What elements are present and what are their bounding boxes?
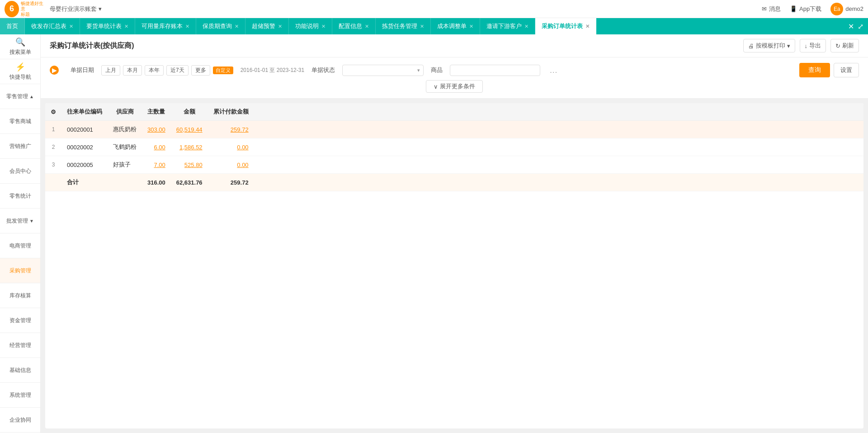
row-supplier-2: 飞鹤奶粉 (108, 138, 142, 156)
row-paid-1: 259.72 (208, 121, 254, 138)
page-header: 采购订单统计表(按供应商) 🖨 按模板打印 ▾ ↓ 导出 ↻ 刷新 (41, 34, 868, 57)
goods-label: 商品 (431, 66, 443, 74)
row-supplier-1: 惠氏奶粉 (108, 121, 142, 138)
footer-amount: 62,631.76 (171, 174, 208, 191)
date-more-btn[interactable]: 更多 (191, 65, 210, 76)
date-custom-tag[interactable]: 自定义 (213, 67, 233, 74)
close-icon[interactable]: ✕ (69, 24, 73, 29)
date-this-year-btn[interactable]: 本年 (145, 65, 164, 76)
th-paid: 累计付款金额 (208, 103, 254, 121)
close-icon[interactable]: ✕ (469, 24, 473, 29)
filter-expand-row: ∨ 展开更多条件 (50, 77, 859, 93)
data-table: ⚙ 往来单位编码 供应商 主数量 金额 累计付款金额 1 00020001 惠氏… (45, 103, 863, 191)
nav-expand-icon[interactable]: ⤢ (858, 22, 863, 31)
sidebar-item-operations[interactable]: 经营管理 (0, 333, 40, 358)
export-button[interactable]: ↓ 导出 (800, 39, 826, 52)
status-select[interactable] (342, 65, 424, 76)
quick-nav-icon: ⚡ (15, 62, 25, 72)
page-title: 采购订单统计表(按供应商) (50, 41, 134, 55)
settings-button[interactable]: 设置 (834, 63, 859, 77)
row-supplier-3: 好孩子 (108, 156, 142, 174)
sidebar-item-quick-nav[interactable]: ⚡ 快捷导航 (0, 59, 40, 84)
search-icon: 🔍 (15, 37, 25, 47)
sidebar-item-enterprise[interactable]: 企业协同 (0, 408, 40, 433)
industry-select[interactable]: 母婴行业演示账套 ▾ (50, 5, 102, 13)
th-amount: 金额 (171, 103, 208, 121)
close-icon[interactable]: ✕ (278, 24, 282, 29)
print-button[interactable]: 🖨 按模板打印 ▾ (743, 39, 795, 52)
th-settings[interactable]: ⚙ (45, 103, 61, 121)
app-download-icon: 📱 (790, 5, 797, 12)
close-icon[interactable]: ✕ (585, 24, 590, 29)
tab-4[interactable]: 保质期查询 ✕ (196, 18, 245, 34)
sidebar: 🔍 搜索菜单 ⚡ 快捷导航 零售管理 ▲ 零售商城 营销推广 会员中心 零售统计… (0, 34, 41, 433)
expand-icon: ∨ (434, 83, 438, 90)
status-select-wrap (342, 65, 424, 76)
close-icon[interactable]: ✕ (124, 24, 128, 29)
tab-9[interactable]: 成本调整单 ✕ (431, 18, 480, 34)
sidebar-item-wholesale[interactable]: 批发管理 ▼ (0, 209, 40, 233)
goods-input[interactable] (450, 65, 540, 76)
sidebar-item-search[interactable]: 🔍 搜索菜单 (0, 34, 40, 59)
more-dots-icon[interactable]: … (549, 66, 557, 75)
tab-3[interactable]: 可用量库存账本 ✕ (135, 18, 196, 34)
th-supplier: 供应商 (108, 103, 142, 121)
sidebar-item-member[interactable]: 会员中心 (0, 159, 40, 184)
app-download-btn[interactable]: 📱 App下载 (790, 5, 821, 13)
tab-5[interactable]: 超储预警 ✕ (245, 18, 289, 34)
tab-10[interactable]: 邀请下游客户 ✕ (480, 18, 535, 34)
close-icon[interactable]: ✕ (321, 24, 326, 29)
export-icon: ↓ (805, 43, 808, 49)
message-btn[interactable]: ✉ 消息 (762, 5, 781, 13)
date-label: 单据日期 (71, 66, 94, 74)
expand-more-btn[interactable]: ∨ 展开更多条件 (426, 80, 483, 93)
row-num-2: 2 (45, 138, 61, 156)
th-qty: 主数量 (142, 103, 171, 121)
row-amount-1: 60,519.44 (171, 121, 208, 138)
th-code: 往来单位编码 (61, 103, 108, 121)
sidebar-item-retail-stats[interactable]: 零售统计 (0, 184, 40, 209)
close-icon[interactable]: ✕ (524, 24, 528, 29)
sidebar-item-ecommerce[interactable]: 电商管理 (0, 233, 40, 258)
row-amount-2: 1,586.52 (171, 138, 208, 156)
sidebar-item-retail-store[interactable]: 零售商城 (0, 109, 40, 134)
sidebar-item-basics[interactable]: 基础信息 (0, 358, 40, 383)
close-icon[interactable]: ✕ (420, 24, 424, 29)
chevron-up-icon: ▲ (29, 94, 34, 99)
sidebar-item-marketing[interactable]: 营销推广 (0, 134, 40, 159)
table-wrap: ⚙ 往来单位编码 供应商 主数量 金额 累计付款金额 1 00020001 惠氏… (45, 103, 863, 428)
tab-purchase-summary[interactable]: 采购订单统计表 ✕ (535, 18, 596, 34)
sidebar-item-retail-mgmt[interactable]: 零售管理 ▲ (0, 84, 40, 109)
print-icon: 🖨 (748, 43, 754, 49)
sidebar-item-inventory[interactable]: 库存核算 (0, 283, 40, 308)
close-icon[interactable]: ✕ (185, 24, 189, 29)
refresh-icon: ↻ (835, 43, 840, 49)
refresh-button[interactable]: ↻ 刷新 (830, 39, 859, 52)
tab-1[interactable]: 收发存汇总表 ✕ (25, 18, 80, 34)
tab-6[interactable]: 功能说明 ✕ (289, 18, 332, 34)
sidebar-item-system[interactable]: 系统管理 (0, 383, 40, 408)
print-arrow-icon: ▾ (787, 43, 790, 49)
top-bar: 6 畅捷通好生意 标题 母婴行业演示账套 ▾ ✉ 消息 📱 App下载 Ea d… (0, 0, 868, 18)
date-last-month-btn[interactable]: 上月 (101, 65, 120, 76)
tab-home[interactable]: 首页 (0, 18, 25, 34)
close-icon[interactable]: ✕ (365, 24, 369, 29)
nav-close-icon[interactable]: ✕ (848, 22, 854, 31)
footer-extra (254, 174, 863, 191)
row-paid-2: 0.00 (208, 138, 254, 156)
logo-text: 畅捷通好生意 标题 (21, 1, 45, 17)
query-button[interactable]: 查询 (799, 63, 830, 77)
row-code-3: 00020005 (61, 156, 108, 174)
filter-row: ▶ 单据日期 上月 本月 本年 近7天 更多 自定义 2016-01-01 至 … (50, 63, 859, 77)
filter-toggle-btn[interactable]: ▶ (50, 66, 59, 75)
sidebar-item-purchase[interactable]: 采购管理 (0, 258, 40, 283)
nav-end-icons: ✕ ⤢ (848, 22, 868, 31)
close-icon[interactable]: ✕ (235, 24, 239, 29)
sidebar-item-finance[interactable]: 资金管理 (0, 308, 40, 333)
tab-8[interactable]: 拣货任务管理 ✕ (376, 18, 431, 34)
tab-7[interactable]: 配置信息 ✕ (332, 18, 376, 34)
user-area[interactable]: Ea demo2 (830, 3, 863, 15)
date-7days-btn[interactable]: 近7天 (166, 65, 189, 76)
date-this-month-btn[interactable]: 本月 (123, 65, 142, 76)
tab-2[interactable]: 要货单统计表 ✕ (80, 18, 135, 34)
